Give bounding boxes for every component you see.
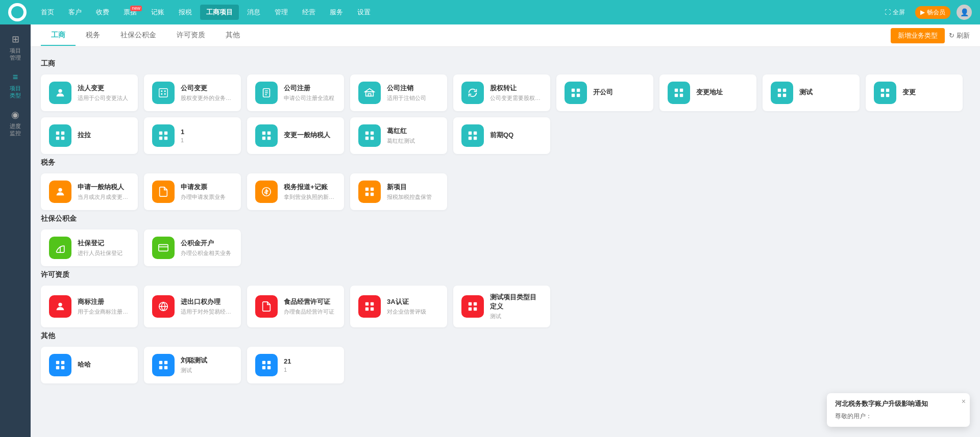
svg-rect-14	[577, 89, 580, 92]
card-desc-text: 对企业信誉评级	[387, 308, 439, 316]
card-进出口权办理[interactable]: 进出口权办理适用于对外贸易经营者	[144, 286, 241, 327]
svg-rect-39	[262, 137, 265, 140]
card-新项目[interactable]: 新项目报税加税控盘保管	[350, 173, 447, 210]
section-title-工商: 工商	[41, 59, 970, 68]
new-type-button[interactable]: 新增业务类型	[891, 28, 945, 43]
notification-close-btn[interactable]: ×	[962, 397, 966, 405]
card-icon-哈哈	[49, 354, 71, 376]
nav-bookkeeping[interactable]: 记账	[145, 5, 170, 20]
svg-rect-24	[783, 94, 786, 97]
svg-rect-72	[159, 361, 162, 364]
card-股权转让[interactable]: 股权转让公司变更需要股权转让	[453, 74, 550, 111]
card-变更一般纳税人[interactable]: 变更一般纳税人	[247, 117, 344, 154]
tab-tax[interactable]: 税务	[76, 25, 110, 46]
card-公司注销[interactable]: 公司注销适用于注销公司	[350, 74, 447, 111]
main-wrapper: 工商 税务 社保公积金 许可资质 其他 新增业务类型 ↻ 刷新 工商法人变更适用…	[31, 24, 980, 437]
card-法人变更[interactable]: 法人变更适用于公司变更法人	[41, 74, 138, 111]
card-商标注册[interactable]: 商标注册用于企业商标注册服务	[41, 286, 138, 327]
svg-rect-34	[164, 132, 167, 135]
nav-ticket[interactable]: 票据new	[117, 5, 143, 20]
card-公司注册[interactable]: 公司注册申请公司注册全流程	[247, 74, 344, 111]
card-变更地址[interactable]: 变更地址	[659, 74, 756, 111]
svg-rect-46	[474, 132, 477, 135]
nav-tax[interactable]: 报税	[173, 5, 198, 20]
card-变更[interactable]: 变更	[866, 74, 963, 111]
card-拉拉[interactable]: 拉拉	[41, 117, 138, 154]
card-info-公积金开户: 公积金开户办理公积金相关业务	[181, 239, 233, 257]
nav-client[interactable]: 客户	[62, 5, 88, 20]
svg-rect-74	[159, 366, 162, 369]
tab-social-fund[interactable]: 社保公积金	[110, 25, 166, 46]
sidebar-item-project-manage[interactable]: ⊞ 项目管理	[0, 29, 31, 67]
nav-manage[interactable]: 管理	[268, 5, 294, 20]
cards-grid-社保公积金: 社保登记进行人员社保登记公积金开户办理公积金相关业务	[41, 229, 970, 266]
card-测试项目类型目定义[interactable]: 测试项目类型目定义测试	[453, 286, 550, 327]
fullscreen-btn[interactable]: ⛶ 全屏	[880, 6, 909, 19]
card-icon-股权转让	[461, 82, 484, 104]
svg-rect-43	[365, 137, 369, 140]
card-公积金开户[interactable]: 公积金开户办理公积金相关业务	[144, 229, 241, 266]
monitor-icon: ◉	[11, 109, 19, 120]
svg-rect-29	[56, 132, 59, 135]
card-title-text: 新项目	[387, 183, 439, 192]
svg-point-0	[58, 89, 62, 93]
nav-message[interactable]: 消息	[241, 5, 266, 20]
card-税务报道+记账[interactable]: 税务报道+记账拿到营业执照的新公司	[247, 173, 344, 210]
nav-settings[interactable]: 设置	[351, 5, 377, 20]
sidebar-item-progress[interactable]: ◉ 进度监控	[0, 104, 31, 142]
svg-marker-11	[365, 89, 374, 92]
nav-service[interactable]: 服务	[324, 5, 349, 20]
nav-industry[interactable]: 工商项目	[200, 5, 239, 20]
vip-btn[interactable]: ▶ 畅会员	[915, 6, 950, 19]
nav-operation[interactable]: 经营	[296, 5, 322, 20]
card-desc-text: 适用于注销公司	[387, 94, 439, 102]
nav-home[interactable]: 首页	[35, 5, 60, 20]
svg-rect-18	[680, 89, 683, 92]
card-desc-text: 当月或次月成变更完成	[78, 193, 130, 201]
card-title-text: 公积金开户	[181, 239, 233, 248]
card-info-21: 211	[284, 357, 336, 373]
card-食品经营许可证[interactable]: 食品经营许可证办理食品经营许可证	[247, 286, 344, 327]
card-title-text: 拉拉	[78, 131, 130, 140]
refresh-button[interactable]: ↻ 刷新	[949, 31, 970, 40]
sidebar-item-project-type[interactable]: ≡ 项目类型	[0, 67, 31, 105]
svg-rect-31	[56, 137, 59, 140]
play-icon: ▶	[920, 9, 925, 16]
svg-rect-23	[778, 94, 781, 97]
svg-rect-4	[161, 93, 162, 95]
svg-rect-40	[267, 137, 271, 140]
card-公司变更[interactable]: 公司变更股权变更外的业务变更	[144, 74, 241, 111]
card-开公司[interactable]: 开公司	[556, 74, 653, 111]
card-申请一般纳税人[interactable]: 申请一般纳税人当月或次月成变更完成	[41, 173, 138, 210]
card-icon-变更地址	[668, 82, 690, 104]
tab-industry[interactable]: 工商	[41, 25, 76, 46]
card-社保登记[interactable]: 社保登记进行人员社保登记	[41, 229, 138, 266]
card-info-变更: 变更	[902, 88, 954, 98]
card-哈哈[interactable]: 哈哈	[41, 347, 138, 383]
card-申请发票[interactable]: 申请发票办理申请发票业务	[144, 173, 241, 210]
card-刘聪测试[interactable]: 刘聪测试测试	[144, 347, 241, 383]
tab-license[interactable]: 许可资质	[166, 25, 215, 46]
app-logo[interactable]	[8, 3, 27, 21]
svg-rect-19	[675, 94, 678, 97]
card-info-股权转让: 股权转让公司变更需要股权转让	[490, 84, 542, 102]
card-前期QQ[interactable]: 前期QQ	[453, 117, 550, 154]
nav-fee[interactable]: 收费	[90, 5, 115, 20]
svg-rect-16	[577, 94, 580, 97]
card-21[interactable]: 211	[247, 347, 344, 383]
card-测试[interactable]: 测试	[763, 74, 860, 111]
svg-rect-51	[365, 188, 369, 191]
svg-rect-27	[881, 94, 884, 97]
card-title-text: 测试	[799, 88, 851, 97]
avatar[interactable]: 👤	[957, 5, 972, 20]
card-desc-text: 拿到营业执照的新公司	[284, 193, 336, 201]
svg-rect-73	[164, 361, 167, 364]
card-info-法人变更: 法人变更适用于公司变更法人	[78, 84, 130, 102]
card-1[interactable]: 11	[144, 117, 241, 154]
card-icon-拉拉	[49, 124, 71, 147]
card-葛红红[interactable]: 葛红红葛红红测试	[350, 117, 447, 154]
card-3A认证[interactable]: 3A认证对企业信誉评级	[350, 286, 447, 327]
tab-other[interactable]: 其他	[215, 25, 250, 46]
card-icon-商标注册	[49, 295, 71, 318]
card-desc-text: 测试	[490, 313, 542, 320]
